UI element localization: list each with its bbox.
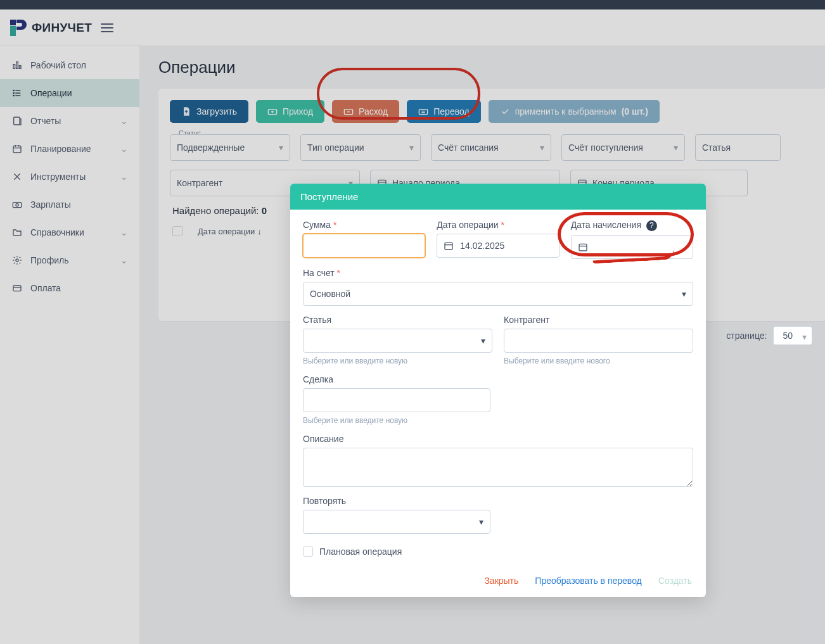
per-page-value: 50 [783,331,793,341]
article-label: Статья [303,315,492,325]
desc-label: Описание [303,434,693,444]
article-hint: Выберите или введите новую [303,357,492,365]
deal-input[interactable] [303,388,490,412]
deal-label: Сделка [303,374,490,384]
counterparty-input[interactable] [504,329,693,353]
accrual-date-label: Дата начисления ? [571,220,693,231]
sum-label: Сумма * [303,220,425,230]
create-button[interactable]: Создать [658,576,692,586]
svg-rect-30 [579,244,587,251]
to-account-label: На счет * [303,268,693,278]
calendar-icon [578,242,588,252]
per-page: странице: 50 ▾ [726,326,812,345]
counterparty-label: Контрагент [504,315,693,325]
modal-title: Поступление [290,184,706,210]
transform-button[interactable]: Преобразовать в перевод [535,576,641,586]
deal-hint: Выберите или введите новую [303,416,490,425]
modal-footer: Закрыть Преобразовать в перевод Создать [290,567,706,597]
counterparty-hint: Выберите или введите нового [504,357,693,365]
planned-checkbox[interactable] [303,546,313,557]
accrual-date-input[interactable] [571,235,693,259]
help-icon[interactable]: ? [646,220,657,231]
repeat-label: Повторять [303,496,490,506]
caret-down-icon: ▾ [479,517,483,527]
op-date-input[interactable]: 14.02.2025 [437,234,559,258]
caret-down-icon: ▾ [802,332,807,342]
close-button[interactable]: Закрыть [484,576,518,586]
svg-rect-28 [445,243,452,249]
income-modal: Поступление Сумма * Дата операции * 14.0… [290,184,706,597]
per-page-label: странице: [726,331,767,341]
article-select-modal[interactable]: ▾ [303,329,492,353]
sum-input[interactable] [303,234,425,258]
select-value: Основной [310,289,350,299]
date-value: 14.02.2025 [460,241,504,251]
planned-label: Плановая операция [319,546,402,557]
per-page-select[interactable]: 50 ▾ [773,326,812,345]
planned-checkbox-row[interactable]: Плановая операция [303,546,693,557]
desc-textarea[interactable] [303,448,693,487]
repeat-select[interactable]: ▾ [303,510,490,534]
op-date-label: Дата операции * [437,220,559,230]
caret-down-icon: ▾ [682,289,686,299]
caret-down-icon: ▾ [481,336,485,346]
to-account-select[interactable]: Основной ▾ [303,282,693,306]
calendar-icon [444,241,454,251]
